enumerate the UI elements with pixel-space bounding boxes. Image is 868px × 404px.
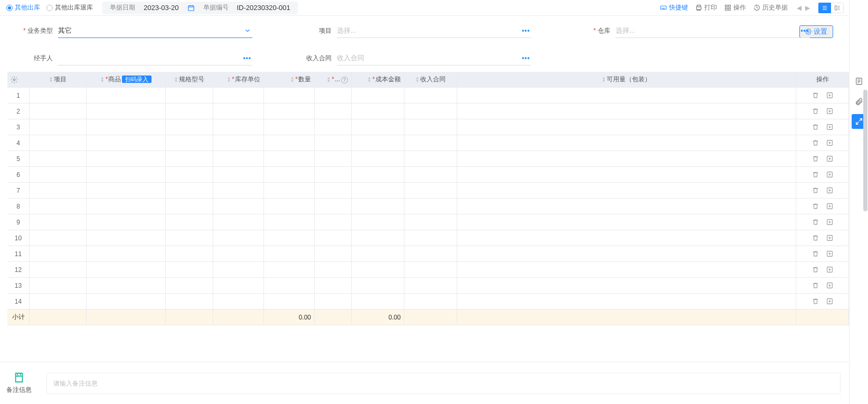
cell-project[interactable] — [30, 135, 87, 151]
radio-other-out-return[interactable]: 其他出库退库 — [46, 3, 93, 12]
cell-product[interactable] — [87, 278, 166, 294]
cell-qty[interactable] — [264, 167, 315, 183]
add-row-button[interactable] — [826, 108, 833, 115]
cell-cost[interactable] — [352, 119, 404, 135]
warehouse-value[interactable] — [616, 26, 810, 34]
cell-short[interactable] — [315, 262, 352, 278]
cell-qty[interactable] — [264, 88, 315, 104]
add-row-button[interactable] — [826, 266, 833, 273]
cell-stock-unit[interactable] — [213, 246, 264, 262]
cell-stock-unit[interactable] — [213, 104, 264, 119]
history-button[interactable]: 历史单据 — [753, 3, 788, 12]
col-short[interactable]: ▲▼...? — [315, 72, 352, 88]
more-icon[interactable]: ••• — [800, 27, 809, 34]
cell-income-contract[interactable] — [404, 294, 457, 309]
cell-income-contract[interactable] — [404, 199, 457, 214]
table-row[interactable]: 5 — [7, 151, 849, 167]
print-button[interactable]: 打印 — [695, 3, 717, 12]
cell-qty[interactable] — [264, 262, 315, 278]
cell-qty[interactable] — [264, 214, 315, 230]
cell-project[interactable] — [30, 167, 87, 183]
calendar-icon[interactable] — [187, 4, 195, 12]
chevron-down-icon[interactable] — [244, 27, 251, 34]
col-available-pack[interactable]: ▲▼可用量（包装） — [457, 72, 796, 88]
delete-row-button[interactable] — [812, 92, 819, 99]
add-row-button[interactable] — [826, 187, 833, 194]
cell-available[interactable] — [457, 183, 796, 199]
cell-product[interactable] — [87, 151, 166, 167]
cell-spec[interactable] — [166, 246, 213, 262]
operations-button[interactable]: 操作 — [724, 3, 746, 12]
table-row[interactable]: 1 — [7, 88, 849, 104]
income-contract-input[interactable]: ••• — [337, 51, 531, 65]
cell-cost[interactable] — [352, 199, 404, 214]
cell-project[interactable] — [30, 183, 87, 199]
view-list-button[interactable] — [818, 3, 831, 13]
table-row[interactable]: 3 — [7, 119, 849, 135]
cell-available[interactable] — [457, 151, 796, 167]
delete-row-button[interactable] — [812, 203, 819, 210]
cell-project[interactable] — [30, 151, 87, 167]
add-row-button[interactable] — [826, 250, 833, 257]
cell-spec[interactable] — [166, 119, 213, 135]
add-row-button[interactable] — [826, 124, 833, 130]
cell-income-contract[interactable] — [404, 214, 457, 230]
cell-short[interactable] — [315, 88, 352, 104]
table-row[interactable]: 14 — [7, 294, 849, 309]
view-card-button[interactable] — [831, 3, 844, 13]
cell-available[interactable] — [457, 167, 796, 183]
vertical-scrollbar[interactable] — [863, 90, 868, 341]
table-row[interactable]: 10 — [7, 230, 849, 246]
cell-stock-unit[interactable] — [213, 214, 264, 230]
cell-income-contract[interactable] — [404, 246, 457, 262]
delete-row-button[interactable] — [812, 171, 819, 178]
cell-cost[interactable] — [352, 183, 404, 199]
cell-spec[interactable] — [166, 262, 213, 278]
radio-other-out[interactable]: 其他出库 — [6, 3, 40, 12]
delete-row-button[interactable] — [812, 108, 819, 115]
add-row-button[interactable] — [826, 219, 833, 226]
biz-type-value[interactable] — [58, 26, 252, 34]
table-row[interactable]: 8 — [7, 199, 849, 214]
income-contract-value[interactable] — [337, 54, 531, 62]
cell-cost[interactable] — [352, 151, 404, 167]
cell-income-contract[interactable] — [404, 119, 457, 135]
cell-income-contract[interactable] — [404, 262, 457, 278]
cell-stock-unit[interactable] — [213, 119, 264, 135]
cell-product[interactable] — [87, 183, 166, 199]
cell-product[interactable] — [87, 214, 166, 230]
cell-available[interactable] — [457, 104, 796, 119]
col-qty[interactable]: ▲▼数量 — [264, 72, 315, 88]
handler-input[interactable]: ••• — [58, 51, 252, 65]
delete-row-button[interactable] — [812, 266, 819, 273]
cell-income-contract[interactable] — [404, 278, 457, 294]
col-product[interactable]: ▲▼商品扫码录入 — [87, 72, 166, 88]
cell-product[interactable] — [87, 262, 166, 278]
cell-spec[interactable] — [166, 230, 213, 246]
cell-short[interactable] — [315, 294, 352, 309]
scan-badge[interactable]: 扫码录入 — [122, 76, 152, 83]
cell-project[interactable] — [30, 88, 87, 104]
cell-short[interactable] — [315, 167, 352, 183]
cell-qty[interactable] — [264, 246, 315, 262]
cell-short[interactable] — [315, 230, 352, 246]
warehouse-input[interactable]: ••• — [616, 23, 810, 38]
next-doc-arrow[interactable]: ▶ — [804, 3, 811, 13]
cell-stock-unit[interactable] — [213, 151, 264, 167]
cell-product[interactable] — [87, 230, 166, 246]
cell-stock-unit[interactable] — [213, 294, 264, 309]
shortcut-button[interactable]: 快捷键 — [660, 3, 688, 12]
table-row[interactable]: 11 — [7, 246, 849, 262]
cell-stock-unit[interactable] — [213, 135, 264, 151]
cell-cost[interactable] — [352, 230, 404, 246]
cell-product[interactable] — [87, 104, 166, 119]
cell-income-contract[interactable] — [404, 230, 457, 246]
cell-short[interactable] — [315, 214, 352, 230]
cell-product[interactable] — [87, 119, 166, 135]
cell-available[interactable] — [457, 214, 796, 230]
delete-row-button[interactable] — [812, 155, 819, 162]
cell-qty[interactable] — [264, 183, 315, 199]
cell-qty[interactable] — [264, 151, 315, 167]
cell-product[interactable] — [87, 167, 166, 183]
cell-stock-unit[interactable] — [213, 262, 264, 278]
